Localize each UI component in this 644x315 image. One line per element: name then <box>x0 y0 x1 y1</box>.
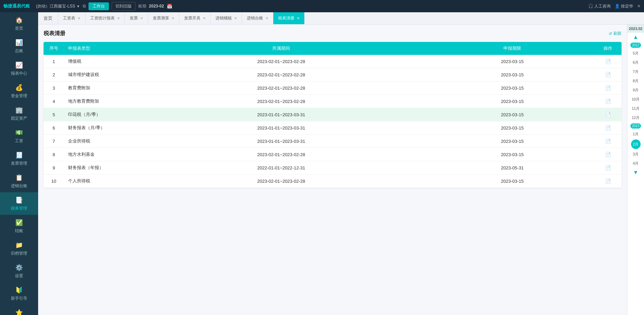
switch-old-button[interactable]: 切到旧版 <box>112 2 135 11</box>
year-2022-badge[interactable]: 2022 <box>630 43 641 48</box>
sidebar-item-ledger[interactable]: 📊 总账 <box>0 35 38 57</box>
cell-deadline: 2023-03-15 <box>430 55 594 68</box>
table-row: 6 财务报表（月/季） 2023-01-01~2023-03-31 2023-0… <box>44 121 622 135</box>
month-2022-11[interactable]: 11月 <box>627 104 644 113</box>
tab-tax-register[interactable]: 税表清册 ✕ <box>273 12 305 25</box>
sidebar-item-report[interactable]: 📈 报表中心 <box>0 57 38 80</box>
page-title: 税表清册 <box>44 30 65 37</box>
member-icon: ⭐ <box>15 309 23 315</box>
page-main: 税表清册 ↺ 刷新 序号 申报表类型 所属期间 申报期限 操作 <box>38 25 627 315</box>
window-close-icon[interactable]: ✕ <box>637 4 641 9</box>
action-detail-icon[interactable]: 📄 <box>605 72 611 77</box>
tab-invoice-open[interactable]: 发票开具 ✕ <box>179 12 211 25</box>
action-detail-icon[interactable]: 📄 <box>605 112 611 117</box>
cell-deadline: 2023-03-15 <box>430 68 594 81</box>
action-detail-icon[interactable]: 📄 <box>605 138 611 144</box>
action-detail-icon[interactable]: 📄 <box>605 165 611 170</box>
refresh-button[interactable]: ↺ 刷新 <box>609 31 622 36</box>
tab-close-purchase-ledger[interactable]: ✕ <box>265 16 268 20</box>
action-detail-icon[interactable]: 📄 <box>605 178 611 184</box>
month-2022-08[interactable]: 8月 <box>627 76 644 86</box>
sidebar-item-settlement[interactable]: ✅ 结账 <box>0 215 38 237</box>
tab-invoice-calc[interactable]: 发票测算 ✕ <box>148 12 179 25</box>
table-row: 10 个人所得税 2023-02-01~2023-02-28 2023-03-1… <box>44 175 622 188</box>
top-bar: 畅捷通易代账 (勿动）江西服宝-LSS ▼ ⧉ 工作台 切到旧版 账期 2023… <box>0 0 644 12</box>
month-2023-02[interactable]: 2月 <box>631 139 641 149</box>
action-detail-icon[interactable]: 📄 <box>605 85 611 91</box>
tab-close-invoice-calc[interactable]: ✕ <box>172 16 174 20</box>
tax-table: 序号 申报表类型 所属期间 申报期限 操作 1 增值税 2023-02-01~2… <box>44 42 622 188</box>
tax-icon: 📑 <box>15 196 23 204</box>
sidebar-item-purchase[interactable]: 📋 进销台账 <box>0 170 38 192</box>
action-detail-icon[interactable]: 📄 <box>605 152 611 157</box>
month-2022-07[interactable]: 7月 <box>627 67 644 76</box>
content-area: 首页 工资表 ✕ 工资统计报表 ✕ 发票 ✕ 发票测算 ✕ 发票开具 ✕ <box>38 12 644 315</box>
sidebar-label-settlement: 结账 <box>15 228 23 234</box>
table-row: 8 地方水利基金 2023-02-01~2023-02-28 2023-03-1… <box>44 148 622 161</box>
tab-close-purchase-check[interactable]: ✕ <box>234 16 237 20</box>
cell-type: 财务报表（年报） <box>64 161 132 175</box>
sidebar-item-guide[interactable]: 🔰 新手引导 <box>0 282 38 305</box>
month-2022-10[interactable]: 10月 <box>627 95 644 104</box>
user-avatar[interactable]: 👤 徐淀华 <box>615 3 633 9</box>
scroll-up-button[interactable]: ▲ <box>633 33 639 42</box>
headset-icon: 🎧 <box>588 4 593 9</box>
tab-home[interactable]: 首页 <box>38 12 58 25</box>
action-detail-icon[interactable]: 📄 <box>605 125 611 131</box>
sidebar-label-tax: 税务管理 <box>11 206 27 211</box>
action-detail-icon[interactable]: 📄 <box>605 99 611 104</box>
tab-close-tax-register[interactable]: ✕ <box>297 16 300 20</box>
report-icon: 📈 <box>15 61 23 69</box>
tab-close-salary-report[interactable]: ✕ <box>117 16 120 20</box>
tab-invoice[interactable]: 发票 ✕ <box>125 12 148 25</box>
sidebar-item-home[interactable]: 🏠 首页 <box>0 12 38 35</box>
settings-icon: ⚙️ <box>15 264 23 271</box>
cell-deadline: 2023-03-15 <box>430 148 594 161</box>
workbench-button[interactable]: 工作台 <box>88 2 109 10</box>
col-period: 所属期间 <box>132 42 430 55</box>
cell-seq: 8 <box>44 148 64 161</box>
calendar-icon[interactable]: 📅 <box>167 4 172 9</box>
sidebar-item-assets[interactable]: 🏢 固定资产 <box>0 102 38 125</box>
sidebar-item-archive[interactable]: 📁 归档管理 <box>0 237 38 260</box>
tab-close-salary[interactable]: ✕ <box>78 16 80 20</box>
cell-type: 教育费附加 <box>64 81 132 95</box>
month-2023-04[interactable]: 4月 <box>627 159 644 168</box>
sidebar-item-salary[interactable]: 💵 工资 <box>0 125 38 147</box>
action-detail-icon[interactable]: 📄 <box>605 59 611 64</box>
sidebar-item-member[interactable]: ⭐ 畅会员 <box>0 305 38 315</box>
month-2022-09[interactable]: 9月 <box>627 86 644 95</box>
sidebar-item-funds[interactable]: 💰 资金管理 <box>0 80 38 102</box>
table-row: 9 财务报表（年报） 2022-01-01~2022-12-31 2023-05… <box>44 161 622 175</box>
copy-icon[interactable]: ⧉ <box>83 3 86 9</box>
year-2023-badge[interactable]: 2023 <box>630 123 641 129</box>
tab-salary-report[interactable]: 工资统计报表 ✕ <box>85 12 125 25</box>
sidebar-item-invoice[interactable]: 🧾 发票管理 <box>0 147 38 170</box>
month-2022-06[interactable]: 6月 <box>627 58 644 67</box>
company-selector[interactable]: (勿动）江西服宝-LSS ▼ <box>36 3 80 9</box>
sidebar-item-settings[interactable]: ⚙️ 设置 <box>0 260 38 282</box>
month-2023-03[interactable]: 3月 <box>627 150 644 159</box>
month-2022-12[interactable]: 12月 <box>627 113 644 122</box>
tab-salary[interactable]: 工资表 ✕ <box>58 12 85 25</box>
scroll-down-button[interactable]: ▼ <box>633 168 639 177</box>
table-row: 4 地方教育费附加 2023-02-01~2023-02-28 2023-03-… <box>44 95 622 108</box>
cell-type: 地方教育费附加 <box>64 95 132 108</box>
right-panel: 2023.02 ▲ 2022 5月 6月 7月 8月 9月 10月 11月 12… <box>627 25 644 315</box>
sidebar-label-invoice: 发票管理 <box>11 161 27 166</box>
settlement-icon: ✅ <box>15 219 23 226</box>
ai-consult-btn[interactable]: 🎧 人工咨询 <box>588 3 611 9</box>
month-2022-05[interactable]: 5月 <box>627 49 644 58</box>
tab-close-invoice[interactable]: ✕ <box>140 16 143 20</box>
cell-type: 地方水利基金 <box>64 148 132 161</box>
month-2023-01[interactable]: 1月 <box>627 130 644 139</box>
tab-purchase-ledger[interactable]: 进销台账 ✕ <box>242 12 273 25</box>
salary-icon: 💵 <box>15 129 23 136</box>
sidebar-label-funds: 资金管理 <box>11 93 27 99</box>
cell-type: 财务报表（月/季） <box>64 121 132 135</box>
table-row: 5 印花税（月/季） 2023-01-01~2023-03-31 2023-03… <box>44 108 622 121</box>
purchase-icon: 📋 <box>15 174 23 181</box>
tab-purchase-check[interactable]: 进销稽核 ✕ <box>211 12 242 25</box>
tab-close-invoice-open[interactable]: ✕ <box>203 16 206 20</box>
sidebar-item-tax[interactable]: 📑 税务管理 <box>0 192 38 215</box>
